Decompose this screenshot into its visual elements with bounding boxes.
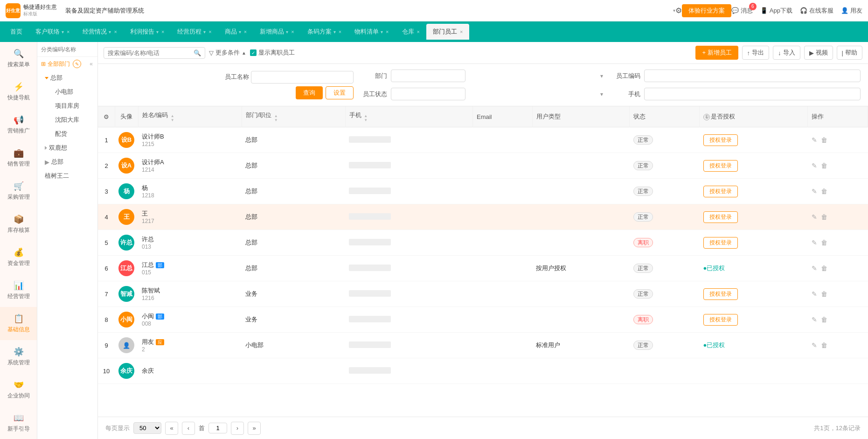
row-auth: 授权登录 [700, 179, 808, 204]
auth-button[interactable]: 授权登录 [703, 186, 738, 197]
auth-button[interactable]: 授权登录 [703, 134, 738, 146]
delete-icon[interactable]: 🗑 [821, 188, 827, 195]
tab-operation[interactable]: 经营情况 ▾× [76, 24, 123, 40]
tab-profit[interactable]: 利润报告 ▾× [124, 24, 171, 40]
delete-icon[interactable]: 🗑 [821, 239, 827, 246]
nav-quick-nav[interactable]: ⚡ 快捷导航 [0, 75, 37, 108]
message-button[interactable]: 💬 消息 6 [731, 7, 753, 15]
col-dept[interactable]: 部门/职位 ▲▼ [242, 106, 345, 127]
next-page-btn[interactable]: › [231, 422, 244, 435]
dept-group-shuanglu[interactable]: 双鹿想 [41, 141, 97, 155]
edit-icon[interactable]: ✎ [812, 316, 817, 323]
trial-button[interactable]: 体验行业方案 [682, 4, 731, 17]
edit-icon[interactable]: ✎ [812, 213, 817, 221]
tab-warehouse[interactable]: 仓库 × [396, 24, 426, 40]
search-icon[interactable]: 🔍 [194, 49, 201, 56]
service-button[interactable]: 🎧 在线客服 [800, 7, 833, 15]
prev-page-btn[interactable]: ‹ [182, 422, 195, 435]
set-button[interactable]: 设置 [326, 86, 354, 99]
user-button[interactable]: 👤 用友 [841, 7, 862, 15]
phone-input[interactable] [644, 88, 861, 100]
dept-group-zongbu[interactable]: ▶ 总部 [41, 155, 97, 169]
nav-search-menu[interactable]: 🔍 搜索菜单 [0, 42, 37, 75]
col-phone[interactable]: 手机 ▲▼ [345, 106, 472, 127]
sidebar-search-input[interactable] [41, 46, 98, 53]
nav-finance[interactable]: 💰 资金管理 [0, 241, 37, 274]
col-settings[interactable]: ⚙ [98, 106, 115, 127]
dept-distribution[interactable]: 配货 [48, 127, 97, 141]
dept-group-headquarters[interactable]: 总部 [41, 71, 97, 85]
row-user-type: 按用户授权 [532, 256, 630, 281]
nav-purchase[interactable]: 🛒 采购管理 [0, 174, 37, 208]
view-button[interactable]: ▶ 视频 [804, 46, 833, 60]
import-button[interactable]: ↓ 导入 [773, 46, 800, 60]
dept-xiaodian[interactable]: 小电部 [48, 85, 97, 99]
status-select[interactable] [391, 88, 465, 100]
show-resigned-label[interactable]: ✓ 显示离职员工 [250, 49, 295, 57]
nav-tabs: 首页 客户联络 ▾× 经营情况 ▾× 利润报告 ▾× 经营历程 ▾× 商品 ▾×… [0, 21, 868, 42]
tab-history[interactable]: 经营历程 ▾× [171, 24, 218, 40]
delete-icon[interactable]: 🗑 [821, 290, 827, 298]
first-page-btn[interactable]: « [165, 422, 178, 435]
row-num: 9 [98, 333, 115, 358]
nav-sales[interactable]: 💼 销售管理 [0, 141, 37, 174]
row-dept: 业务 [242, 281, 345, 307]
row-actions: ✎ 🗑 [808, 204, 868, 230]
auth-button[interactable]: 授权登录 [703, 314, 738, 326]
delete-icon[interactable]: 🗑 [821, 265, 827, 272]
edit-icon[interactable]: ✎ [812, 239, 817, 246]
delete-icon[interactable]: 🗑 [821, 162, 827, 169]
edit-icon[interactable]: ✎ [812, 136, 817, 144]
emp-code-input[interactable] [644, 70, 861, 82]
tab-home[interactable]: 首页 [4, 24, 29, 40]
dept-edit-icon[interactable]: ✎ [73, 60, 81, 68]
nav-collab[interactable]: 🤝 企业协同 [0, 373, 37, 406]
delete-icon[interactable]: 🗑 [821, 316, 827, 323]
export-button[interactable]: ↑ 导出 [742, 46, 770, 60]
tab-barcode[interactable]: 条码方案 ▾× [301, 24, 348, 40]
nav-inventory[interactable]: 📦 库存核算 [0, 208, 37, 241]
emp-name-input[interactable] [251, 71, 354, 84]
sidebar-collapse-btn[interactable]: « [89, 60, 94, 68]
nav-guide[interactable]: 📖 新手引导 [0, 406, 37, 439]
auth-button[interactable]: 授权登录 [703, 237, 738, 249]
search-input[interactable] [108, 49, 192, 56]
delete-icon[interactable]: 🗑 [821, 136, 827, 144]
tab-dept-staff[interactable]: 部门员工 × [426, 24, 469, 40]
tab-bom[interactable]: 物料清单 ▾× [348, 24, 395, 40]
delete-icon[interactable]: 🗑 [821, 341, 827, 349]
nav-marketing[interactable]: 📢 营销推广 [0, 108, 37, 141]
status-badge: 正常 [633, 187, 653, 196]
tab-add-goods[interactable]: 新增商品 ▾× [253, 24, 300, 40]
edit-icon[interactable]: ✎ [812, 341, 817, 349]
query-button[interactable]: 查询 [296, 86, 323, 99]
all-dept-section[interactable]: ⊞ 全部部门 ✎ « [37, 57, 97, 71]
nav-basic-info[interactable]: 📋 基础信息 [0, 307, 37, 340]
gear-button[interactable]: ⚙ [675, 6, 682, 15]
tab-goods[interactable]: 商品 ▾× [218, 24, 253, 40]
edit-icon[interactable]: ✎ [812, 290, 817, 298]
auth-button[interactable]: 授权登录 [703, 211, 738, 223]
edit-icon[interactable]: ✎ [812, 162, 817, 169]
dept-shenyang[interactable]: 沈阳大库 [48, 113, 97, 127]
page-size-select[interactable]: 50 20 100 [133, 422, 161, 434]
col-name[interactable]: 姓名/编码 ▲▼ [138, 106, 242, 127]
delete-icon[interactable]: 🗑 [821, 213, 827, 221]
dept-select[interactable] [391, 70, 465, 82]
page-number-input[interactable] [208, 423, 227, 433]
last-page-btn[interactable]: » [248, 422, 261, 435]
add-employee-button[interactable]: + 新增员工 [695, 46, 738, 60]
dept-project[interactable]: 项目库房 [48, 99, 97, 113]
help-button[interactable]: | 帮助 [837, 46, 862, 60]
edit-icon[interactable]: ✎ [812, 188, 817, 195]
nav-business[interactable]: 📊 经营管理 [0, 274, 37, 307]
dept-group-planting[interactable]: 植树王二 [41, 169, 97, 183]
more-filters-btn[interactable]: ▽ 更多条件 ▲ [209, 49, 246, 57]
show-resigned-checkbox[interactable]: ✓ [250, 49, 257, 56]
edit-icon[interactable]: ✎ [812, 265, 817, 272]
auth-button[interactable]: 授权登录 [703, 160, 738, 172]
app-download-button[interactable]: 📱 App下载 [760, 7, 792, 15]
tab-customer[interactable]: 客户联络 ▾× [29, 24, 76, 40]
auth-button[interactable]: 授权登录 [703, 288, 738, 300]
nav-system[interactable]: ⚙️ 系统管理 [0, 340, 37, 373]
